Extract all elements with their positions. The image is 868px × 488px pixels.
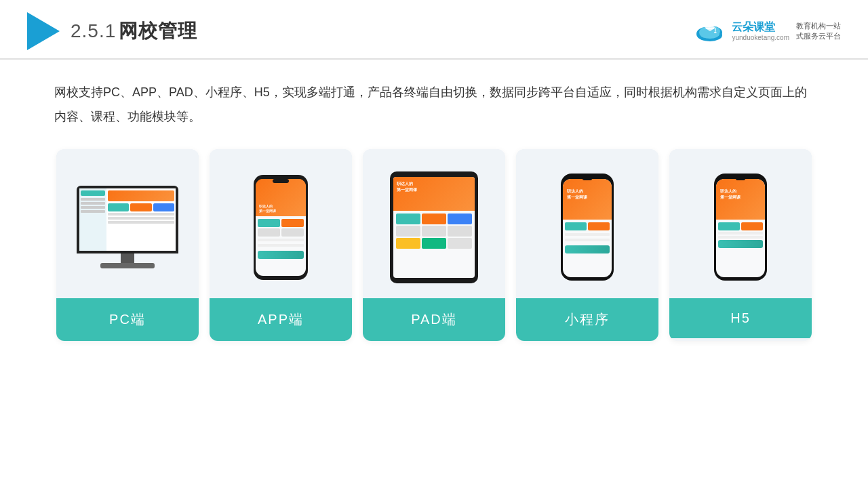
- card-label-app: APP端: [210, 298, 352, 341]
- h5-bar: [718, 232, 763, 235]
- pc-base: [100, 263, 155, 268]
- h5-phone-screen: 职达人的第一堂网课: [716, 179, 765, 277]
- card-label-h5: H5: [669, 298, 812, 338]
- pc-screen-outer: [77, 186, 178, 253]
- cloud-icon: [692, 19, 728, 43]
- h5-block: [741, 222, 763, 230]
- header: 2.5.1网校管理 云朵课堂 yunduoketang.com: [0, 0, 868, 60]
- tablet-block: [396, 214, 420, 224]
- tablet-screen-body: [393, 211, 475, 251]
- pc-neck: [121, 253, 134, 263]
- brand-domain: yunduoketang.com: [732, 34, 789, 42]
- card-app: 职达人的第一堂网课: [210, 149, 352, 341]
- h5-phone-body: [716, 220, 765, 251]
- mini-cta: [565, 245, 610, 253]
- brand-logo: 云朵课堂 yunduoketang.com: [692, 19, 789, 43]
- h5-cta: [718, 240, 763, 248]
- pc-mockup: [77, 186, 178, 268]
- body-content: 网校支持PC、APP、PAD、小程序、H5，实现多端打通，产品各终端自由切换，数…: [0, 60, 868, 354]
- phone-top-text: 职达人的第一堂网课: [259, 204, 302, 214]
- tablet-block: [422, 226, 446, 237]
- mini-phone-mockup: 职达人的第一堂网课: [561, 174, 614, 281]
- tablet-block: [396, 238, 420, 249]
- card-miniprogram: 职达人的第一堂网课 小程序: [516, 149, 658, 341]
- mini-block: [565, 222, 587, 230]
- section-number: 2.5.1: [71, 20, 116, 41]
- phone-block: [258, 228, 280, 237]
- tablet-mockup: 职达人的第一堂网课: [390, 171, 478, 283]
- header-right: 云朵课堂 yunduoketang.com 教育机构一站式服务云平台: [692, 19, 841, 43]
- tablet-block: [448, 214, 472, 224]
- card-label-pad: PAD端: [363, 298, 505, 341]
- page-title: 2.5.1网校管理: [71, 18, 197, 44]
- card-pad: 职达人的第一堂网课: [363, 149, 505, 341]
- h5-phone-top: 职达人的第一堂网课: [716, 179, 765, 220]
- card-label-pc: PC端: [56, 298, 199, 341]
- mini-phone-top: 职达人的第一堂网课: [563, 179, 612, 220]
- mini-phone-cam: [583, 177, 592, 180]
- card-image-miniprogram: 职达人的第一堂网课: [516, 149, 658, 298]
- mini-phone-body: [563, 220, 612, 256]
- mini-bar: [565, 239, 610, 241]
- phone-mini-row-1: [258, 219, 304, 227]
- brand-text: 云朵课堂 yunduoketang.com: [732, 20, 789, 41]
- svg-point-9: [714, 32, 717, 33]
- header-left: 2.5.1网校管理: [27, 12, 197, 50]
- platform-cards-row: PC端 职达人的第一堂网课: [54, 149, 814, 341]
- tablet-block: [448, 226, 472, 237]
- brand-slogan: 教育机构一站式服务云平台: [796, 21, 841, 42]
- phone-block: [281, 228, 304, 237]
- card-image-pad: 职达人的第一堂网课: [363, 149, 505, 298]
- phone-cta-bar: [258, 251, 304, 259]
- phone-block: [281, 219, 304, 227]
- mini-block: [588, 222, 610, 230]
- description-text: 网校支持PC、APP、PAD、小程序、H5，实现多端打通，产品各终端自由切换，数…: [54, 80, 814, 129]
- tablet-screen: 职达人的第一堂网课: [393, 177, 475, 278]
- h5-phone-cam: [736, 177, 745, 180]
- card-image-pc: [56, 149, 199, 298]
- tablet-block: [448, 238, 472, 249]
- h5-block: [718, 222, 740, 230]
- phone-notch: [273, 179, 289, 183]
- tablet-block: [396, 226, 420, 237]
- phone-screen-body: [256, 216, 306, 262]
- brand-name: 云朵课堂: [732, 20, 775, 33]
- card-image-app: 职达人的第一堂网课: [210, 149, 352, 298]
- svg-rect-8: [715, 28, 716, 32]
- mini-bar: [565, 233, 610, 236]
- phone-screen-top: 职达人的第一堂网课: [256, 179, 306, 216]
- card-label-miniprogram: 小程序: [516, 298, 658, 341]
- phone-bar: [258, 244, 304, 247]
- app-phone-mockup: 职达人的第一堂网课: [254, 175, 308, 280]
- phone-block: [258, 219, 280, 227]
- pc-screen-content: [79, 188, 176, 251]
- phone-mini-row-2: [258, 228, 304, 237]
- h5-phone-mockup: 职达人的第一堂网课: [714, 174, 767, 281]
- tablet-block: [422, 238, 446, 249]
- card-pc: PC端: [56, 149, 199, 341]
- phone-bar: [258, 239, 304, 241]
- card-h5: 职达人的第一堂网课 H5: [669, 149, 812, 341]
- tablet-screen-top: 职达人的第一堂网课: [393, 177, 475, 211]
- logo-triangle-icon: [27, 12, 60, 50]
- mini-phone-screen: 职达人的第一堂网课: [563, 179, 612, 277]
- card-image-h5: 职达人的第一堂网课: [669, 149, 812, 298]
- h5-bar: [718, 236, 763, 239]
- tablet-block: [422, 214, 446, 224]
- app-phone-screen: 职达人的第一堂网课: [256, 179, 306, 276]
